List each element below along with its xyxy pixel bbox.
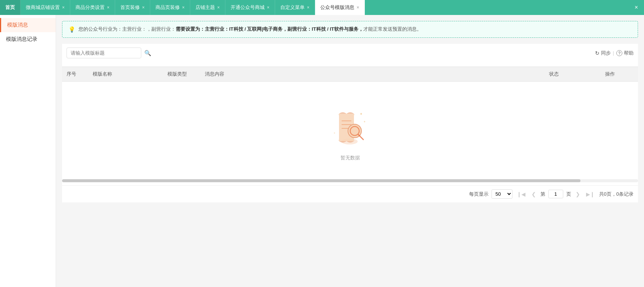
svg-text:✦: ✦ — [333, 132, 336, 134]
sidebar-item-template-message-record[interactable]: 模版消息记录 — [0, 32, 56, 46]
tab-home-label: 首页 — [5, 4, 15, 11]
close-all-icon: × — [635, 4, 638, 11]
tab-wechat-shop-label: 微商城店铺设置 — [26, 4, 60, 11]
notice-highlight: 需要设置为：主营行业：IT科技 / 互联网|电子商务，副营行业：IT科技 / I… — [176, 26, 363, 32]
tab-custom-menu[interactable]: 自定义菜单 × — [275, 0, 315, 15]
svg-text:✦: ✦ — [363, 120, 366, 123]
top-navigation: 首页 微商城店铺设置 × 商品分类设置 × 首页装修 × 商品页装修 × 店铺主… — [0, 0, 644, 15]
content-area: 💡 您的公众号行业为：主营行业：，副营行业：需要设置为：主营行业：IT科技 / … — [56, 15, 644, 287]
col-status: 状态 — [545, 67, 601, 82]
horizontal-scrollbar[interactable] — [62, 179, 638, 182]
page-size-select[interactable]: 50 20 100 — [492, 189, 512, 199]
search-button[interactable]: 🔍 — [144, 50, 151, 57]
tab-home[interactable]: 首页 — [0, 0, 21, 15]
tab-custom-menu-label: 自定义菜单 — [280, 4, 305, 11]
empty-illustration: ✦ ✦ ✦ — [328, 104, 373, 149]
tab-store-theme-label: 店铺主题 — [195, 4, 215, 11]
last-page-button[interactable]: ▶❙ — [585, 190, 596, 198]
svg-line-6 — [358, 135, 363, 140]
sidebar-item-template-message-record-label: 模版消息记录 — [6, 36, 37, 42]
col-type: 模版类型 — [163, 67, 200, 82]
tab-store-theme[interactable]: 店铺主题 × — [190, 0, 225, 15]
sidebar-item-template-message-label: 模版消息 — [7, 22, 28, 28]
search-icon: 🔍 — [144, 50, 151, 56]
tab-custom-menu-close[interactable]: × — [307, 5, 309, 10]
tab-product-decor[interactable]: 商品页装修 × — [150, 0, 190, 15]
help-label: 帮助 — [624, 50, 634, 57]
tab-product-category[interactable]: 商品分类设置 × — [70, 0, 115, 15]
search-right: ↻ 同步 | ? 帮助 — [595, 50, 634, 57]
close-all-button[interactable]: × — [629, 0, 644, 15]
tab-store-theme-close[interactable]: × — [217, 5, 220, 10]
notice-suffix: 才能正常发送预置的消息。 — [363, 26, 422, 32]
tab-homepage-decor-close[interactable]: × — [142, 5, 145, 10]
tab-open-wechat-mall-close[interactable]: × — [267, 5, 269, 10]
search-bar: 🔍 ↻ 同步 | ? 帮助 — [62, 44, 638, 62]
help-button[interactable]: ? 帮助 — [616, 50, 634, 57]
page-label: 页 — [566, 191, 571, 198]
tab-product-category-close[interactable]: × — [107, 5, 110, 10]
next-page-button[interactable]: ❯ — [574, 190, 582, 198]
data-table: 序号 模版名称 模版类型 消息内容 状态 — [62, 67, 638, 176]
sync-label: 同步 — [601, 50, 611, 57]
table-header-row: 序号 模版名称 模版类型 消息内容 状态 — [62, 67, 638, 82]
col-action: 操作 — [601, 67, 638, 82]
tab-wechat-shop[interactable]: 微商城店铺设置 × — [21, 0, 70, 15]
sync-icon: ↻ — [595, 50, 600, 56]
tab-template-message[interactable]: 公众号模版消息 × — [315, 0, 365, 15]
first-page-button[interactable]: ❙◀ — [515, 190, 527, 198]
sidebar-item-template-message[interactable]: 模版消息 — [0, 18, 56, 32]
col-content: 消息内容 — [200, 67, 545, 82]
notice-text: 您的公众号行业为：主营行业：，副营行业：需要设置为：主营行业：IT科技 / 互联… — [78, 26, 422, 33]
tab-template-message-close[interactable]: × — [357, 5, 359, 10]
tab-template-message-label: 公众号模版消息 — [320, 4, 354, 11]
empty-state: ✦ ✦ ✦ 暂无数据 — [62, 82, 638, 176]
tab-product-decor-close[interactable]: × — [182, 5, 185, 10]
tab-homepage-decor-label: 首页装修 — [120, 4, 140, 11]
page-number-input[interactable] — [548, 190, 563, 198]
bulb-icon: 💡 — [68, 26, 76, 33]
pagination: 每页显示 50 20 100 ❙◀ ❮ 第 页 ❯ ▶❙ 共0页，0条记录 — [62, 185, 638, 202]
empty-state-row: ✦ ✦ ✦ 暂无数据 — [62, 82, 638, 177]
tab-open-wechat-mall-label: 开通公众号商城 — [231, 4, 265, 11]
empty-icon-wrapper: ✦ ✦ ✦ — [62, 104, 638, 150]
help-icon: ? — [616, 50, 622, 56]
notice-prefix: 您的公众号行业为：主营行业：，副营行业： — [78, 26, 176, 32]
col-name: 模版名称 — [88, 67, 163, 82]
prev-page-button[interactable]: ❮ — [530, 190, 537, 198]
tab-wechat-shop-close[interactable]: × — [62, 5, 65, 10]
tab-product-category-label: 商品分类设置 — [76, 4, 105, 11]
empty-text: 暂无数据 — [62, 155, 638, 161]
main-layout: 模版消息 模版消息记录 💡 您的公众号行业为：主营行业：，副营行业：需要设置为：… — [0, 15, 644, 287]
tab-open-wechat-mall[interactable]: 开通公众号商城 × — [225, 0, 275, 15]
svg-text:✦: ✦ — [360, 112, 363, 116]
scroll-thumb[interactable] — [62, 179, 580, 182]
sidebar: 模版消息 模版消息记录 — [0, 15, 56, 287]
search-left: 🔍 — [67, 48, 151, 58]
page-di-label: 第 — [540, 191, 545, 198]
col-index: 序号 — [62, 67, 88, 82]
table-wrapper: 🔍 ↻ 同步 | ? 帮助 — [62, 44, 638, 202]
total-label: 共0页，0条记录 — [599, 191, 634, 198]
notice-box: 💡 您的公众号行业为：主营行业：，副营行业：需要设置为：主营行业：IT科技 / … — [62, 21, 638, 38]
page-size-label: 每页显示 — [469, 191, 489, 198]
sync-button[interactable]: ↻ 同步 — [595, 50, 611, 57]
search-input[interactable] — [67, 48, 141, 58]
tab-product-decor-label: 商品页装修 — [155, 4, 180, 11]
divider: | — [613, 50, 614, 56]
tab-homepage-decor[interactable]: 首页装修 × — [115, 0, 150, 15]
